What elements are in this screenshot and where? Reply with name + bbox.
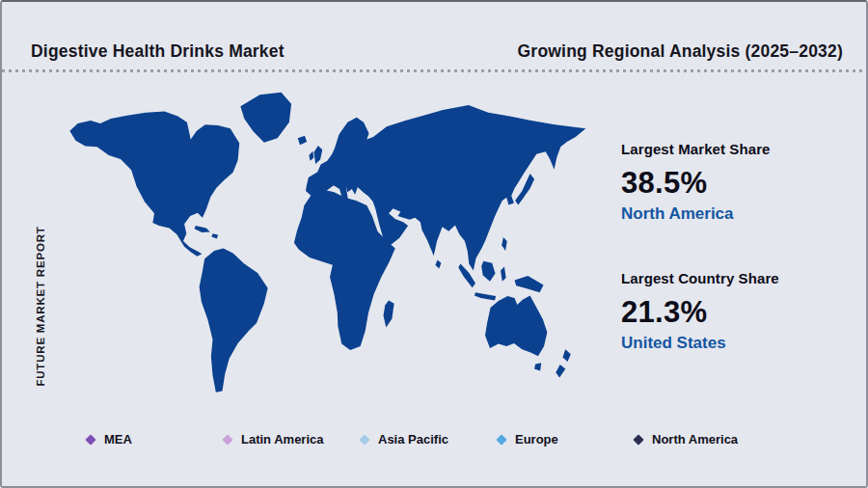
landmass-new-guinea bbox=[515, 276, 544, 292]
landmass-australia bbox=[485, 295, 547, 356]
landmass-britain bbox=[313, 146, 322, 164]
stats-panel: Largest Market Share 38.5% North America… bbox=[621, 141, 853, 399]
stat-label: Largest Country Share bbox=[621, 270, 853, 286]
world-map-landmasses bbox=[69, 93, 585, 393]
legend-dot-icon bbox=[496, 434, 506, 445]
landmass-ireland bbox=[309, 151, 313, 161]
infographic-frame: Digestive Health Drinks Market Growing R… bbox=[0, 0, 868, 488]
legend-dot-icon bbox=[633, 434, 643, 445]
dotted-divider bbox=[2, 69, 866, 72]
stat-value: 21.3% bbox=[621, 295, 853, 330]
legend-dot-icon bbox=[222, 434, 232, 445]
page-title-left: Digestive Health Drinks Market bbox=[31, 41, 285, 62]
legend-label: Europe bbox=[515, 432, 558, 447]
legend-item-europe: Europe bbox=[498, 432, 635, 447]
landmass-tasmania bbox=[534, 363, 541, 370]
landmass-greenland bbox=[240, 93, 291, 143]
landmass-caribbean bbox=[195, 226, 218, 238]
landmass-java bbox=[475, 292, 496, 300]
legend-dot-icon bbox=[85, 434, 95, 445]
watermark-vertical-text: FUTURE MARKET REPORT bbox=[35, 209, 49, 404]
landmass-sulawesi bbox=[501, 267, 506, 282]
legend-label: North America bbox=[652, 432, 738, 447]
landmass-sri-lanka bbox=[435, 260, 441, 269]
legend-label: MEA bbox=[104, 432, 132, 447]
header: Digestive Health Drinks Market Growing R… bbox=[2, 2, 866, 71]
landmass-borneo bbox=[481, 261, 495, 282]
landmass-philippines bbox=[502, 237, 507, 251]
world-map bbox=[52, 87, 587, 405]
legend-item-asia-pacific: Asia Pacific bbox=[361, 432, 498, 447]
stat-largest-market-share: Largest Market Share 38.5% North America bbox=[621, 141, 853, 224]
page-title-right: Growing Regional Analysis (2025–2032) bbox=[518, 41, 843, 62]
landmass-south-america bbox=[200, 249, 268, 393]
stat-label: Largest Market Share bbox=[621, 141, 853, 157]
landmass-iceland bbox=[298, 136, 307, 146]
stat-largest-country-share: Largest Country Share 21.3% United State… bbox=[621, 270, 853, 353]
legend-dot-icon bbox=[359, 434, 369, 445]
legend-item-north-america: North America bbox=[635, 432, 772, 447]
landmass-madagascar bbox=[384, 300, 394, 327]
world-map-svg bbox=[52, 87, 587, 405]
legend: MEA Latin America Asia Pacific Europe No… bbox=[87, 432, 772, 447]
stat-region: North America bbox=[621, 204, 853, 224]
legend-label: Latin America bbox=[241, 432, 324, 447]
legend-label: Asia Pacific bbox=[378, 432, 448, 447]
stat-region: United States bbox=[621, 334, 853, 353]
landmass-new-zealand bbox=[556, 349, 571, 377]
stat-value: 38.5% bbox=[621, 166, 853, 201]
legend-item-latin-america: Latin America bbox=[224, 432, 361, 447]
legend-item-mea: MEA bbox=[87, 432, 224, 447]
